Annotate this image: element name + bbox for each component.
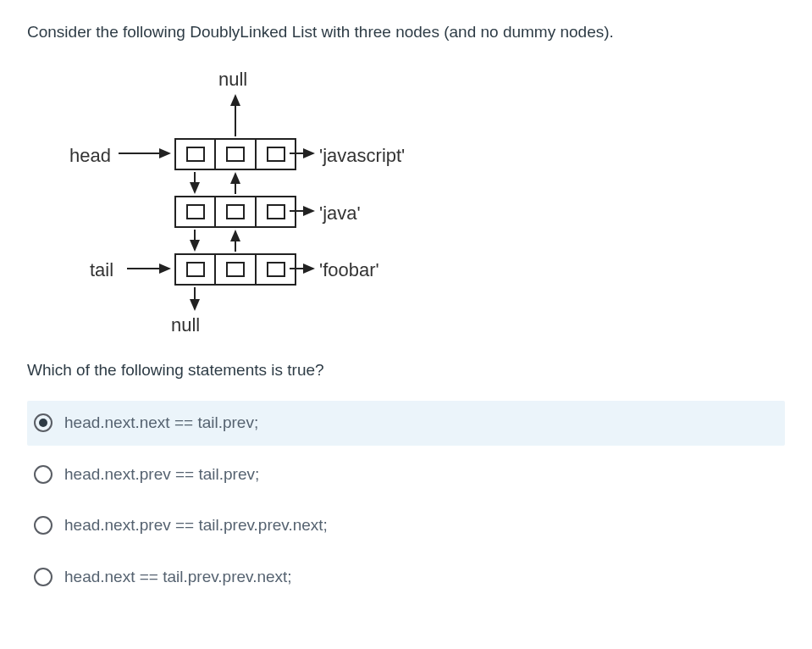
null-bot-label: null [171, 311, 200, 339]
option-label: head.next.prev == tail.prev; [64, 463, 259, 487]
node-value-2: 'java' [319, 199, 361, 227]
option-label: head.next.next == tail.prev; [64, 411, 258, 435]
node-2 [174, 196, 296, 228]
node-value-1: 'javascript' [319, 141, 405, 169]
node-1 [174, 138, 296, 170]
radio-icon [34, 516, 52, 535]
option-1[interactable]: head.next.next == tail.prev; [27, 401, 785, 446]
head-label: head [69, 141, 111, 169]
option-label: head.next.prev == tail.prev.prev.next; [64, 513, 328, 538]
radio-icon [34, 568, 52, 586]
linked-list-diagram: null null head tail 'javascript' 'java' … [52, 65, 493, 336]
follow-up-prompt: Which of the following statements is tru… [27, 358, 785, 383]
tail-label: tail [90, 256, 113, 284]
option-label: head.next == tail.prev.prev.next; [64, 565, 292, 590]
radio-icon [34, 465, 52, 484]
option-4[interactable]: head.next == tail.prev.prev.next; [27, 555, 785, 600]
option-3[interactable]: head.next.prev == tail.prev.prev.next; [27, 503, 785, 548]
radio-icon [34, 413, 52, 432]
node-3 [174, 253, 296, 286]
null-top-label: null [218, 65, 247, 93]
node-value-3: 'foobar' [319, 256, 379, 284]
question-prompt: Consider the following DoublyLinked List… [27, 20, 785, 45]
option-2[interactable]: head.next.prev == tail.prev; [27, 452, 785, 497]
